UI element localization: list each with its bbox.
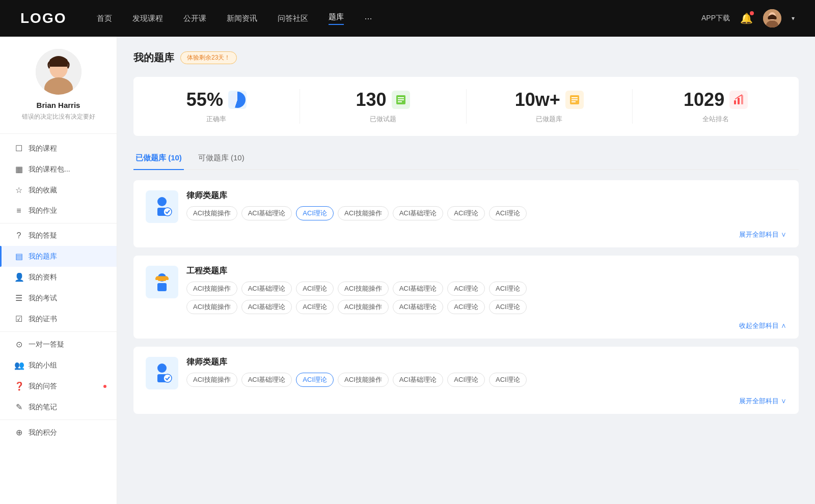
menu-homework-label: 我的作业 — [29, 206, 57, 215]
user-menu-chevron[interactable]: ▾ — [792, 15, 795, 22]
menu-course-package[interactable]: ▦ 我的课程包... — [0, 159, 117, 180]
tag-1-6[interactable]: ACI理论 — [489, 206, 527, 220]
tag-2-r2-1[interactable]: ACI基础理论 — [241, 300, 292, 314]
tag-2-r2-6[interactable]: ACI理论 — [489, 300, 527, 314]
sidebar-menu: ☐ 我的课程 ▦ 我的课程包... ☆ 我的收藏 ≡ 我的作业 ? 我的答疑 ▤ — [0, 134, 117, 447]
tabs: 已做题库 (10) 可做题库 (10) — [133, 148, 799, 170]
menu-notes-label: 我的笔记 — [29, 403, 57, 412]
menu-points-label: 我的积分 — [29, 428, 57, 437]
tag-3-1[interactable]: ACI基础理论 — [241, 373, 292, 387]
menu-favorites[interactable]: ☆ 我的收藏 — [0, 180, 117, 201]
menu-qa-session[interactable]: ? 我的答疑 — [0, 226, 117, 246]
tag-3-5[interactable]: ACI理论 — [447, 373, 485, 387]
tag-1-4[interactable]: ACI基础理论 — [393, 206, 444, 220]
menu-qbank[interactable]: ▤ 我的题库 — [0, 246, 117, 267]
main-nav: LOGO 首页 发现课程 公开课 新闻资讯 问答社区 题库 ··· APP下载 … — [0, 0, 815, 37]
tag-2-r2-0[interactable]: ACI技能操作 — [186, 300, 237, 314]
stat-accuracy-top: 55% — [186, 89, 247, 110]
menu-certificate[interactable]: ☑ 我的证书 — [0, 309, 117, 329]
user-avatar[interactable] — [763, 9, 781, 27]
menu-one-on-one[interactable]: ⊙ 一对一答疑 — [0, 334, 117, 355]
qbank-name-3: 律师类题库 — [186, 357, 786, 368]
collapse-btn-2[interactable]: 收起全部科目 ∧ — [739, 321, 786, 330]
qbank-card-lawyer-1: 律师类题库 ACI技能操作 ACI基础理论 ACI理论 ACI技能操作 ACI基… — [133, 180, 799, 247]
tag-2-r2-4[interactable]: ACI基础理论 — [393, 300, 444, 314]
menu-group[interactable]: 👥 我的小组 — [0, 355, 117, 376]
stat-done-banks: 10w+ 已做题库 — [467, 89, 633, 124]
menu-points[interactable]: ⊕ 我的积分 — [0, 422, 117, 443]
stat-accuracy-label: 正确率 — [206, 115, 226, 124]
stat-site-rank: 1029 全站排名 — [633, 89, 799, 124]
qbank-name-2: 工程类题库 — [186, 266, 786, 276]
menu-my-qa[interactable]: ❓ 我的问答 — [0, 376, 117, 397]
done-questions-icon — [392, 91, 410, 109]
tag-1-2[interactable]: ACI理论 — [296, 206, 334, 220]
expand-btn-1[interactable]: 展开全部科目 ∨ — [739, 230, 786, 239]
nav-qbank[interactable]: 题库 — [329, 12, 344, 25]
tag-2-r2-3[interactable]: ACI技能操作 — [338, 300, 389, 314]
stat-accuracy-value: 55% — [186, 89, 223, 110]
tag-3-0[interactable]: ACI技能操作 — [186, 373, 237, 387]
stats-bar: 55% 正确率 130 — [133, 77, 799, 136]
nav-open-course[interactable]: 公开课 — [183, 14, 206, 23]
menu-qbank-label: 我的题库 — [29, 252, 57, 261]
tag-2-0[interactable]: ACI技能操作 — [186, 282, 237, 296]
svg-point-23 — [157, 363, 167, 373]
group-icon: 👥 — [14, 360, 23, 370]
tag-2-2[interactable]: ACI理论 — [296, 282, 334, 296]
tag-2-6[interactable]: ACI理论 — [489, 282, 527, 296]
tag-1-1[interactable]: ACI基础理论 — [241, 206, 292, 220]
expand-btn-3[interactable]: 展开全部科目 ∨ — [739, 397, 786, 406]
tab-available-banks[interactable]: 可做题库 (10) — [196, 148, 247, 170]
tag-2-5[interactable]: ACI理论 — [447, 282, 485, 296]
course-icon: ☐ — [14, 144, 23, 153]
points-icon: ⊕ — [14, 428, 23, 437]
tag-3-3[interactable]: ACI技能操作 — [338, 373, 389, 387]
menu-profile[interactable]: 👤 我的资料 — [0, 267, 117, 288]
menu-my-qa-label: 我的问答 — [29, 382, 57, 391]
svg-point-19 — [164, 208, 172, 216]
trial-badge: 体验剩余23天！ — [180, 51, 237, 64]
nav-more[interactable]: ··· — [364, 13, 372, 24]
tag-1-0[interactable]: ACI技能操作 — [186, 206, 237, 220]
tag-2-r2-5[interactable]: ACI理论 — [447, 300, 485, 314]
tag-1-3[interactable]: ACI技能操作 — [338, 206, 389, 220]
one-on-one-icon: ⊙ — [14, 340, 23, 349]
main-layout: Brian Harris 错误的决定比没有决定要好 ☐ 我的课程 ▦ 我的课程包… — [0, 37, 815, 504]
svg-point-25 — [164, 374, 172, 382]
menu-dot — [103, 385, 106, 388]
menu-exam[interactable]: ☰ 我的考试 — [0, 288, 117, 309]
svg-rect-16 — [741, 95, 743, 104]
notification-bell[interactable]: 🔔 — [740, 12, 753, 24]
tag-2-1[interactable]: ACI基础理论 — [241, 282, 292, 296]
nav-home[interactable]: 首页 — [97, 14, 112, 23]
menu-divider-3 — [0, 419, 117, 420]
tag-1-5[interactable]: ACI理论 — [447, 206, 485, 220]
menu-homework[interactable]: ≡ 我的作业 — [0, 201, 117, 221]
qa-icon: ? — [14, 231, 23, 240]
qbank-footer-1: 展开全部科目 ∨ — [146, 230, 786, 239]
app-download-link[interactable]: APP下载 — [701, 14, 730, 23]
menu-my-courses[interactable]: ☐ 我的课程 — [0, 138, 117, 159]
stat-site-rank-top: 1029 — [684, 89, 748, 110]
logo: LOGO — [20, 10, 66, 26]
nav-discover[interactable]: 发现课程 — [132, 14, 163, 23]
tag-3-2[interactable]: ACI理论 — [296, 373, 334, 387]
qbank-info-3: 律师类题库 ACI技能操作 ACI基础理论 ACI理论 ACI技能操作 ACI基… — [186, 357, 786, 387]
stat-done-questions-top: 130 — [356, 89, 410, 110]
tab-done-banks[interactable]: 已做题库 (10) — [133, 148, 184, 170]
nav-qa[interactable]: 问答社区 — [278, 14, 308, 23]
tag-3-4[interactable]: ACI基础理论 — [393, 373, 444, 387]
menu-notes[interactable]: ✎ 我的笔记 — [0, 397, 117, 417]
my-qa-icon: ❓ — [14, 381, 23, 391]
menu-profile-label: 我的资料 — [29, 273, 57, 282]
nav-news[interactable]: 新闻资讯 — [227, 14, 257, 23]
stat-done-banks-top: 10w+ — [515, 89, 584, 110]
stat-accuracy: 55% 正确率 — [133, 89, 300, 124]
tag-3-6[interactable]: ACI理论 — [489, 373, 527, 387]
qbank-tags-1: ACI技能操作 ACI基础理论 ACI理论 ACI技能操作 ACI基础理论 AC… — [186, 206, 786, 220]
profile-avatar[interactable] — [36, 49, 82, 95]
tag-2-3[interactable]: ACI技能操作 — [338, 282, 389, 296]
tag-2-4[interactable]: ACI基础理论 — [393, 282, 444, 296]
tag-2-r2-2[interactable]: ACI理论 — [296, 300, 334, 314]
